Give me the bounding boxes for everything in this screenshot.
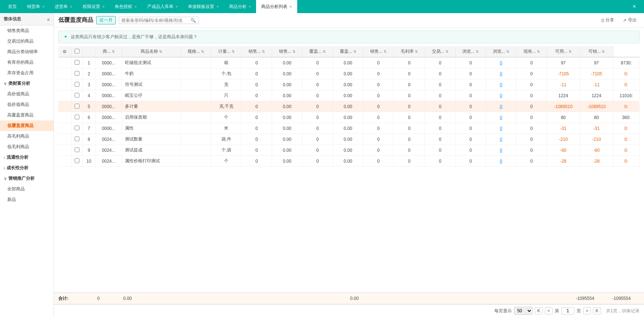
checkbox-cell[interactable] — [71, 57, 82, 68]
sidebar-item-low-margin[interactable]: 低毛利商品 — [0, 142, 54, 152]
browse-link-cell[interactable]: 0 — [486, 79, 517, 90]
current-stock-column-header[interactable]: 现有...⇅ — [516, 46, 547, 57]
window-close-button[interactable]: × — [628, 0, 641, 13]
close-icon[interactable]: × — [249, 4, 251, 9]
sidebar-section-wealth-analysis[interactable]: ∨ 类财富分析 — [0, 78, 54, 89]
browse-link-cell[interactable]: 0 — [486, 123, 517, 134]
checkbox-cell[interactable] — [71, 79, 82, 90]
select-all-checkbox[interactable] — [75, 49, 79, 54]
cover-count-column-header[interactable]: 覆盖...⇅ — [302, 46, 333, 57]
browse-link-cell[interactable]: 0 — [486, 145, 517, 156]
checkbox-cell[interactable] — [71, 101, 82, 112]
checkbox-cell[interactable] — [71, 145, 82, 156]
prev-page-button[interactable]: < — [545, 307, 553, 314]
sellable-column-header[interactable]: 可销...⇅ — [580, 46, 613, 57]
sellable-cell: 8730: — [613, 57, 639, 68]
row-checkbox[interactable] — [75, 71, 79, 76]
row-checkbox[interactable] — [75, 82, 79, 87]
sidebar-item-all-goods[interactable]: 全部商品 — [0, 184, 54, 194]
close-icon[interactable]: × — [42, 4, 44, 9]
unit-column-header[interactable]: 计量...⇅ — [211, 46, 242, 57]
checkbox-cell[interactable] — [71, 156, 82, 167]
row-checkbox[interactable] — [75, 93, 79, 98]
row-checkbox[interactable] — [75, 60, 79, 65]
close-icon[interactable]: × — [176, 4, 178, 9]
nav-finished-goods[interactable]: 产成品入库单 × — [142, 0, 183, 13]
nav-role-auth[interactable]: 角色授权 × — [110, 0, 142, 13]
sidebar-item-traded-goods[interactable]: 交易过的商品 — [0, 36, 54, 47]
nav-purchase-order[interactable]: 进货单 × — [50, 0, 77, 13]
row-checkbox[interactable] — [75, 115, 79, 119]
close-icon[interactable]: × — [290, 4, 292, 9]
page-size-select[interactable]: 50 20 100 — [514, 307, 533, 315]
cover-rate-column-header[interactable]: 覆盖...⇅ — [333, 46, 363, 57]
sidebar-item-high-coverage[interactable]: 高覆盖度商品 — [0, 110, 54, 120]
close-icon[interactable]: × — [102, 4, 105, 9]
search-icon[interactable]: 🔍 — [191, 18, 196, 23]
row-checkbox[interactable] — [75, 147, 79, 152]
checkbox-cell[interactable] — [71, 68, 82, 79]
sidebar-item-stock-capital[interactable]: 库存资金占用 — [0, 68, 54, 78]
nav-product-analysis[interactable]: 商品分析 × — [224, 0, 256, 13]
browse-link-cell[interactable]: 0 — [486, 156, 517, 167]
checkbox-cell[interactable] — [71, 123, 82, 134]
settings-column-header[interactable]: ⚙ — [58, 46, 71, 57]
browse-link-cell[interactable]: 0 — [486, 112, 517, 123]
search-input[interactable] — [121, 18, 191, 23]
sidebar-item-stocked-goods[interactable]: 有库存的商品 — [0, 57, 54, 68]
gross-rate-cell: 0 — [394, 79, 425, 90]
last-page-button[interactable]: K — [593, 307, 601, 314]
sidebar-section-growth[interactable]: › 成长性分析 — [0, 163, 54, 173]
sidebar-item-low-coverage[interactable]: 低覆盖度商品 — [0, 120, 54, 131]
share-button[interactable]: ⎙ 分享 — [598, 16, 617, 24]
browse-count-column-header[interactable]: 浏览...⇅ — [455, 46, 486, 57]
sidebar-collapse-button[interactable]: « — [47, 16, 50, 22]
sidebar-item-low-value[interactable]: 低价值商品 — [0, 99, 54, 110]
sidebar-item-category-turnover[interactable]: 商品分类动销率 — [0, 47, 54, 57]
browse-link-cell[interactable]: 0 — [486, 134, 517, 145]
spec-column-header[interactable]: 规格...⇅ — [181, 46, 211, 57]
browse-link-cell[interactable]: 0 — [486, 68, 517, 79]
nav-sales-order[interactable]: 销货单 × — [22, 0, 50, 13]
sidebar-item-high-value[interactable]: 高价值商品 — [0, 89, 54, 99]
sales-days-column-header[interactable]: 销售...⇅ — [363, 46, 394, 57]
sales-qty-column-header[interactable]: 销售...⇅ — [242, 46, 272, 57]
browse-link-cell[interactable]: 0 — [486, 57, 517, 68]
browse-link-cell[interactable]: 0 — [486, 101, 517, 112]
page-number-input[interactable] — [561, 307, 574, 314]
checkbox-cell[interactable] — [71, 112, 82, 123]
nav-template-settings[interactable]: 单据模板设置 × — [183, 0, 224, 13]
close-icon[interactable]: × — [70, 4, 72, 9]
row-checkbox[interactable] — [75, 104, 79, 108]
checkbox-cell[interactable] — [71, 134, 82, 145]
code-column-header[interactable]: 商...⇅ — [95, 46, 122, 57]
row-checkbox[interactable] — [75, 126, 79, 130]
sidebar-section-marketing[interactable]: ∨ 营销推广分析 — [0, 173, 54, 184]
table-wrapper[interactable]: ⚙ 商...⇅ 商品名称⇅ 规格...⇅ 计量...⇅ 销售...⇅ 销售...… — [58, 46, 640, 292]
checkbox-cell[interactable] — [71, 90, 82, 101]
close-icon[interactable]: × — [216, 4, 219, 9]
tx-count-column-header[interactable]: 交易...⇅ — [425, 46, 456, 57]
name-column-header[interactable]: 商品名称⇅ — [122, 46, 181, 57]
sales-amt-column-header[interactable]: 销售...⇅ — [272, 46, 302, 57]
footer-current-stock: -1095554 — [567, 295, 603, 302]
sidebar-item-sales-goods[interactable]: 销售类商品 — [0, 25, 54, 36]
gross-rate-column-header[interactable]: 毛利率⇅ — [394, 46, 425, 57]
close-icon[interactable]: × — [134, 4, 137, 9]
browse-link-column-header[interactable]: 浏览...⇅ — [486, 46, 517, 57]
nav-product-analysis-list[interactable]: 商品分析列表 × — [256, 0, 297, 13]
nav-permissions[interactable]: 权限设置 × — [78, 0, 110, 13]
browse-link-cell[interactable]: 0 — [486, 90, 517, 101]
row-checkbox[interactable] — [75, 158, 79, 163]
next-page-button[interactable]: > — [583, 307, 591, 314]
first-page-button[interactable]: K — [535, 307, 543, 314]
sidebar-item-new-goods[interactable]: 新品 — [0, 194, 54, 205]
export-button[interactable]: ↗ 导出 — [620, 16, 640, 24]
sidebar-item-high-margin[interactable]: 高毛利商品 — [0, 131, 54, 142]
avail-stock-column-header[interactable]: 可用...⇅ — [547, 46, 580, 57]
sidebar-section-liquidity[interactable]: › 流通性分析 — [0, 152, 54, 163]
nav-home[interactable]: 首页 — [3, 0, 22, 13]
time-filter-button[interactable]: 近一月 — [96, 16, 116, 24]
row-checkbox[interactable] — [75, 136, 79, 141]
unit-cell: 个,包 — [211, 68, 242, 79]
